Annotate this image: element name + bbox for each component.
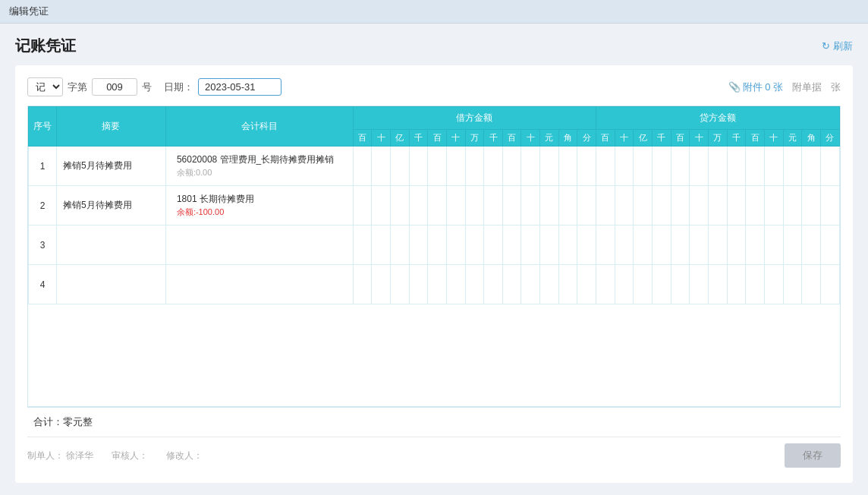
table-row: 2 摊销5月待摊费用 1801 长期待摊费用 余额:-100.00 (29, 186, 840, 225)
credit-digit-2: 十 (615, 130, 634, 147)
credit-digit-12: 角 (802, 130, 821, 147)
debit-digit-5: 百 (428, 130, 447, 147)
table-row: 3 (29, 225, 840, 265)
credit-digit-6: 十 (690, 130, 709, 147)
debit-digit-9: 百 (502, 130, 521, 147)
maker-field: 制单人： 徐泽华 (27, 449, 93, 462)
debit-digit-12: 角 (558, 130, 577, 147)
credit-digit-13: 分 (820, 130, 839, 147)
credit-digit-9: 百 (746, 130, 765, 147)
content-area: 记账凭证 ↻ 刷新 记 字第 号 日期： (0, 24, 868, 495)
window: 编辑凭证 记账凭证 ↻ 刷新 记 字第 号 日期： (0, 0, 868, 495)
credit-digit-3: 亿 (634, 130, 653, 147)
refresh-button[interactable]: ↻ 刷新 (822, 39, 853, 53)
debit-digit-13: 分 (577, 130, 596, 147)
save-button[interactable]: 保存 (785, 443, 841, 468)
attach-dan-label: 附单据 (792, 80, 822, 94)
footer-row: 制单人： 徐泽华 审核人： 修改人： 保存 (27, 437, 841, 471)
summary-row: 合计：零元整 (27, 407, 841, 437)
window-title: 编辑凭证 (9, 5, 49, 17)
zi-label: 字第 (68, 80, 87, 94)
form-row: 记 字第 号 日期： 📎 附件 0 张 附单据 张 (27, 77, 841, 96)
row2-seq: 2 (29, 186, 57, 225)
th-summary: 摘要 (57, 107, 166, 147)
credit-digit-4: 千 (653, 130, 671, 147)
debit-digit-6: 十 (446, 130, 465, 147)
credit-digit-11: 元 (783, 130, 802, 147)
page-header: 记账凭证 ↻ 刷新 (15, 36, 853, 56)
page-title: 记账凭证 (15, 36, 76, 56)
row1-c1[interactable] (596, 147, 615, 186)
row1-summary[interactable]: 摊销5月待摊费用 (57, 147, 166, 186)
reviewer-field: 审核人： (112, 449, 148, 462)
table-row: 1 摊销5月待摊费用 56020008 管理费用_长期待摊费用摊销 余额:0.0… (29, 147, 840, 186)
attachment-area: 📎 附件 0 张 附单据 张 (728, 80, 841, 94)
hao-label: 号 (142, 80, 152, 94)
voucher-card: 记 字第 号 日期： 📎 附件 0 张 附单据 张 (15, 65, 853, 483)
voucher-table: 序号 摘要 会计科目 借方金额 贷方金额 百 十 亿 千 百 十 (28, 106, 840, 304)
title-bar: 编辑凭证 (0, 0, 868, 24)
row1-seq: 1 (29, 147, 57, 186)
credit-digit-7: 万 (709, 130, 728, 147)
attachment-link[interactable]: 📎 附件 0 张 (728, 80, 783, 94)
th-credit: 贷方金额 (596, 107, 840, 130)
row1-d1[interactable] (353, 147, 372, 186)
date-group: 日期： (164, 78, 281, 96)
debit-digit-10: 十 (521, 130, 540, 147)
zhang-label: 张 (831, 80, 841, 94)
voucher-type-select[interactable]: 记 (27, 77, 63, 96)
th-seq: 序号 (29, 107, 57, 147)
th-debit: 借方金额 (353, 107, 596, 130)
debit-digit-3: 亿 (390, 130, 409, 147)
debit-digit-8: 千 (484, 130, 503, 147)
date-label: 日期： (164, 80, 193, 94)
row4-seq: 4 (29, 265, 57, 304)
debit-digit-4: 千 (409, 130, 428, 147)
refresh-icon: ↻ (822, 40, 830, 52)
row1-account[interactable]: 56020008 管理费用_长期待摊费用摊销 余额:0.00 (165, 147, 353, 186)
table-wrapper: 序号 摘要 会计科目 借方金额 贷方金额 百 十 亿 千 百 十 (27, 106, 841, 407)
credit-digit-5: 百 (671, 130, 690, 147)
summary-label: 合计：零元整 (33, 416, 93, 427)
voucher-number-input[interactable] (92, 78, 137, 96)
debit-digit-1: 百 (353, 130, 372, 147)
credit-digit-1: 百 (596, 130, 615, 147)
date-input[interactable] (198, 78, 281, 96)
debit-digit-2: 十 (372, 130, 391, 147)
debit-digit-7: 万 (465, 130, 484, 147)
table-row: 4 (29, 265, 840, 304)
row2-account[interactable]: 1801 长期待摊费用 余额:-100.00 (165, 186, 353, 225)
paperclip-icon: 📎 (728, 81, 741, 93)
debit-digit-11: 元 (540, 130, 559, 147)
credit-digit-8: 千 (727, 130, 746, 147)
row2-summary[interactable]: 摊销5月待摊费用 (57, 186, 166, 225)
credit-digit-10: 十 (765, 130, 784, 147)
modifier-field: 修改人： (166, 449, 203, 462)
voucher-type-group: 记 字第 号 (27, 77, 152, 96)
row3-seq: 3 (29, 225, 57, 265)
th-account: 会计科目 (165, 107, 353, 147)
